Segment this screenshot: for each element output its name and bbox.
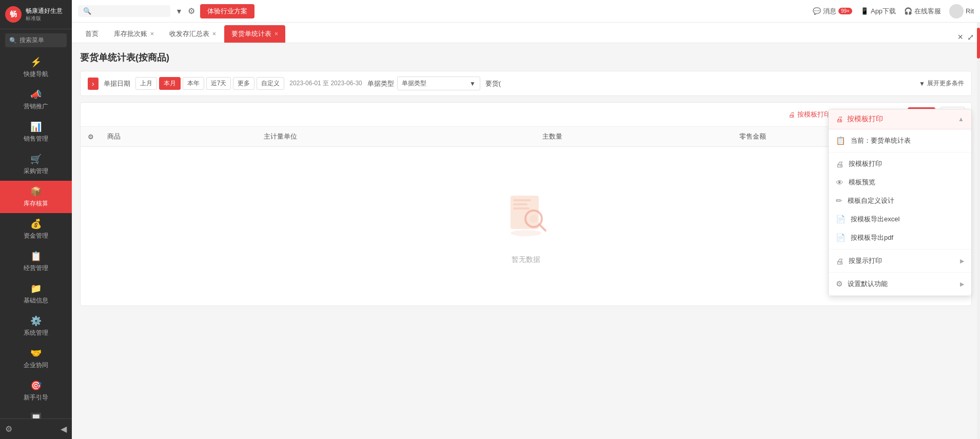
filter-expand-arrow[interactable]: › [88,78,99,90]
col-goods: 商品 [101,127,258,147]
system-icon: ⚙️ [30,315,42,327]
sidebar-item-basic[interactable]: 📁 基础信息 [0,278,72,310]
sidebar-item-marketing[interactable]: 📣 营销推广 [0,84,72,116]
print-current-template[interactable]: 📋 当前：要货单统计表 [829,131,971,150]
print-dropdown-collapse-icon: ▲ [958,116,964,123]
date-btn-this-year[interactable]: 本年 [183,77,204,90]
date-btn-this-month[interactable]: 本月 [159,77,181,90]
date-btn-custom[interactable]: 自定义 [257,77,284,90]
window-close-button[interactable]: × [957,32,963,43]
template-design-item[interactable]: ✏ 模板自定义设计 [829,192,971,210]
sidebar-logo: 畅 畅康通好生意 标准版 [0,0,72,29]
topbar-app-download[interactable]: 📱 App下载 [860,7,896,16]
col-check: ⚙ [81,127,101,147]
print-dropdown: 🖨 按模板打印 ▲ 📋 当前：要货单统计表 🖨 按模板打印 👁 [828,109,972,296]
settings-gear-icon[interactable]: ⚙ [88,133,94,141]
tab-batch-close[interactable]: × [150,30,154,37]
display-print-item[interactable]: 🖨 按显示打印 ▶ [829,252,971,270]
template-excel-icon: 📄 [836,215,846,224]
inventory-icon: 📦 [30,186,42,197]
template-excel-item[interactable]: 📄 按模板导出excel [829,210,971,228]
template-excel-label: 按模板导出excel [851,215,899,224]
tab-receipts-close[interactable]: × [212,30,216,37]
template-print-label: 按模板打印 [849,159,882,168]
expand-more-button[interactable]: ▼ 展开更多条件 [919,79,964,88]
print-dropdown-title: 按模板打印 [847,114,883,124]
sidebar-item-collab[interactable]: 🤝 企业协同 [0,342,72,375]
svg-rect-4 [513,207,530,209]
tab-receipts[interactable]: 收发存汇总表 × [162,25,223,43]
topbar-messages[interactable]: 💬 消息 99+ [813,7,852,16]
scrollbar-thumb [977,28,980,59]
finance-icon: 💰 [30,218,42,230]
template-design-label: 模板自定义设计 [848,196,894,205]
avatar [949,4,964,18]
topbar-search-input[interactable] [94,8,155,15]
sidebar-item-apps[interactable]: 🔲 应用中心 [0,407,72,418]
print-dropdown-display-section: 🖨 按显示打印 ▶ [829,250,971,273]
tab-batch[interactable]: 库存批次账 × [107,25,161,43]
sidebar-search-area: 🔍 搜索菜单 [0,29,72,51]
sidebar-item-guide[interactable]: 🎯 新手引导 [0,375,72,407]
tab-order-stats-close[interactable]: × [275,30,278,37]
sidebar-item-purchase[interactable]: 🛒 采购管理 [0,148,72,181]
messages-icon: 💬 [813,7,821,15]
sidebar-item-sales[interactable]: 📊 销售管理 [0,116,72,148]
sidebar-collapse-button[interactable]: ◀ [61,424,67,434]
date-buttons: 上月 本月 本年 近7天 更多 自定义 [135,77,285,90]
print-dropdown-header[interactable]: 🖨 按模板打印 ▲ [829,109,971,129]
date-btn-last-month[interactable]: 上月 [135,77,157,90]
date-btn-more[interactable]: 更多 [233,77,254,90]
topbar-nav-arrow-button[interactable]: ▼ [175,7,183,15]
svg-point-7 [530,215,538,223]
template-pdf-icon: 📄 [836,233,846,242]
template-pdf-item[interactable]: 📄 按模板导出pdf [829,228,971,247]
current-template-icon: 📋 [836,136,846,145]
template-preview-item[interactable]: 👁 模板预览 [829,173,971,192]
svg-line-6 [539,224,545,231]
template-print-icon: 🖨 [836,160,844,168]
sidebar-item-label: 快捷导航 [24,70,48,79]
date-btn-7days[interactable]: 近7天 [206,77,231,90]
date-range-display: 2023-06-01 至 2023-06-30 [289,79,362,88]
type-filter-select[interactable]: 单据类型 ▼ [397,77,480,90]
tab-order-stats[interactable]: 要货单统计表 × [224,25,285,43]
filter-bar: › 单据日期 上月 本月 本年 近7天 更多 自定义 2023-06-01 至 … [80,71,972,96]
sidebar-search-button[interactable]: 🔍 搜索菜单 [5,33,67,47]
template-print-item[interactable]: 🖨 按模板打印 [829,155,971,173]
current-template-label: 当前：要货单统计表 [851,136,911,145]
trial-button[interactable]: 体验行业方案 [200,4,254,18]
sidebar-item-inventory[interactable]: 📦 库存核算 [0,181,72,213]
sidebar-item-label: 新手引导 [24,393,48,402]
topbar-search-area: 🔍 [78,5,170,17]
tab-home[interactable]: 首页 [78,25,106,43]
window-maximize-button[interactable]: ⤢ [967,32,974,42]
filter-row-date: › 单据日期 上月 本月 本年 近7天 更多 自定义 2023-06-01 至 … [88,77,964,90]
topbar-avatar-area[interactable]: Rit [949,4,974,18]
topbar-online-service[interactable]: 🎧 在线客服 [904,7,941,16]
tab-order-stats-label: 要货单统计表 [231,29,271,39]
sidebar-settings-button[interactable]: ⚙ [5,424,12,434]
set-default-arrow: ▶ [960,281,964,288]
logo-icon: 畅 [5,6,22,23]
sales-icon: 📊 [30,121,42,132]
sidebar-item-operations[interactable]: 📋 经营管理 [0,245,72,278]
topbar-gear-button[interactable]: ⚙ [188,6,195,16]
display-print-arrow: ▶ [960,258,964,264]
set-default-item[interactable]: ⚙ 设置默认功能 ▶ [829,275,971,293]
basic-icon: 📁 [30,283,42,294]
sidebar-item-quicknav[interactable]: ⚡ 快捷导航 [0,51,72,84]
username-label: Rit [966,7,974,15]
main-area: 🔍 ▼ ⚙ 体验行业方案 💬 消息 99+ 📱 App下载 🎧 在线客服 Rit [72,0,980,439]
print-dropdown-items-section: 🖨 按模板打印 👁 模板预览 ✏ 模板自定义设计 📄 按模板导出excel 📄 [829,152,971,250]
template-design-icon: ✏ [836,196,842,205]
col-unit: 主计量单位 [258,127,536,147]
collab-icon: 🤝 [30,348,42,359]
expand-icon: ▼ [919,80,925,87]
type-filter-label: 单据类型 [367,79,394,88]
logo-badge: 标准版 [26,15,63,22]
sidebar-item-system[interactable]: ⚙️ 系统管理 [0,310,72,342]
print-dropdown-icon: 🖨 [836,115,843,123]
sidebar-item-finance[interactable]: 💰 资金管理 [0,213,72,245]
template-pdf-label: 按模板导出pdf [851,233,893,242]
